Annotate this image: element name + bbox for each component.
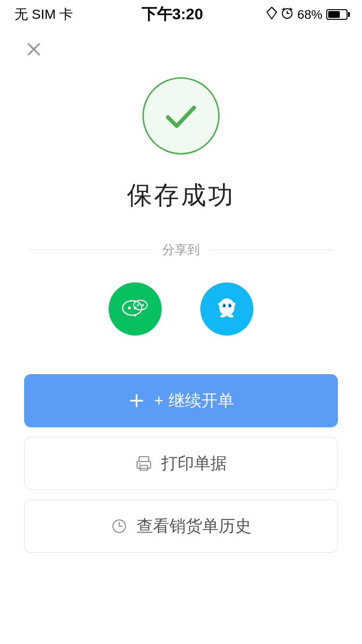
alarm-icon: [281, 7, 293, 23]
svg-point-7: [137, 304, 139, 306]
svg-point-3: [123, 301, 142, 315]
qq-icon: [211, 294, 242, 324]
carrier-text: 无 SIM 卡: [14, 5, 73, 24]
plus-icon: [128, 392, 145, 409]
history-label: 查看销货单历史: [137, 515, 251, 537]
battery-percent: 68%: [297, 7, 322, 22]
close-button[interactable]: [19, 35, 48, 64]
success-title: 保存成功: [127, 179, 235, 212]
svg-point-8: [142, 304, 144, 306]
battery-icon: [326, 9, 348, 20]
continue-label: + 继续开单: [154, 390, 234, 412]
svg-point-15: [231, 302, 236, 306]
status-time: 下午3:20: [141, 4, 203, 25]
continue-button[interactable]: + 继续开单: [24, 374, 338, 427]
status-left: 无 SIM 卡: [14, 5, 78, 24]
svg-rect-20: [139, 457, 149, 462]
action-buttons: + 继续开单 打印单据 查看销货单历史: [0, 374, 362, 553]
divider-line-right: [209, 250, 333, 250]
status-right: 68%: [266, 7, 348, 23]
qq-share-button[interactable]: [200, 282, 253, 336]
svg-point-14: [218, 302, 223, 306]
status-bar: 无 SIM 卡 下午3:20 68%: [0, 0, 362, 29]
wechat-share-button[interactable]: [109, 282, 162, 336]
share-label: 分享到: [162, 241, 200, 258]
svg-point-13: [229, 305, 231, 307]
divider-line-left: [29, 250, 153, 250]
location-icon: [266, 7, 277, 23]
print-button[interactable]: 打印单据: [24, 437, 338, 490]
print-label: 打印单据: [161, 452, 227, 475]
svg-point-4: [128, 307, 131, 309]
history-icon: [111, 518, 128, 535]
svg-point-9: [219, 298, 235, 316]
printer-icon: [135, 455, 153, 472]
wechat-icon: [120, 294, 151, 324]
history-button[interactable]: 查看销货单历史: [24, 500, 338, 553]
svg-point-12: [223, 305, 225, 307]
share-divider: 分享到: [29, 241, 333, 258]
share-icons-row: [29, 282, 333, 336]
success-icon-circle: [142, 77, 220, 154]
main-content: 保存成功 分享到: [0, 29, 362, 553]
share-section: 分享到: [0, 241, 362, 336]
